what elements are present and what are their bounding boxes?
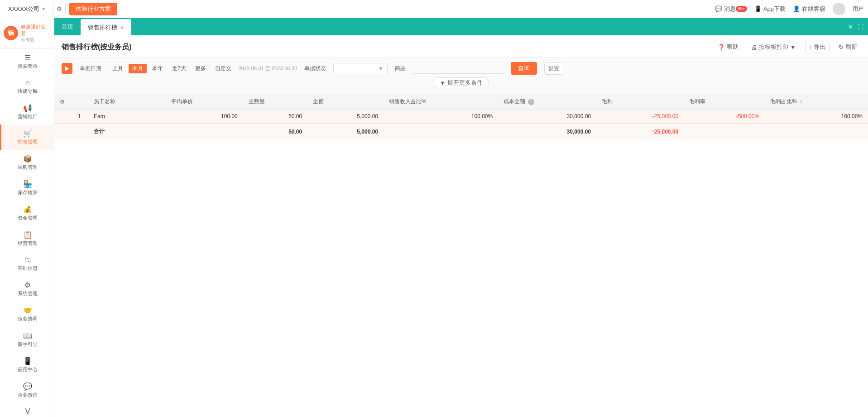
export-icon: ↑ (809, 44, 812, 51)
date-range: 2023-06-01 至 2023-06-30 (239, 65, 297, 72)
summary-label-cell: 合计 (88, 124, 166, 139)
expand-label: 展开更多条件 (447, 79, 483, 87)
app-label: App下载 (763, 5, 786, 13)
cell-settings (54, 110, 70, 124)
sidebar-item-capital[interactable]: 💰 资金管理 (0, 201, 54, 226)
sidebar-item-basic-info[interactable]: 🗂 基础信息 (0, 251, 54, 276)
window-maximize-icon[interactable]: ⛶ (858, 24, 863, 30)
sidebar-item-operation[interactable]: 📋 经营管理 (0, 226, 54, 251)
goods-filter-input[interactable]: … (413, 63, 504, 74)
sidebar-item-member[interactable]: V 畅会员 (0, 403, 54, 417)
settings-btn[interactable]: 设置 (544, 62, 563, 75)
page-content: 销售排行榜(按业务员) ❓ 帮助 🖨 按模板打印 ▼ ↑ 导出 (54, 35, 868, 417)
status-filter-select[interactable]: ▼ (333, 63, 388, 74)
col-header-rank (70, 94, 88, 110)
export-label: 导出 (814, 43, 825, 51)
summary-sales-pct-cell (384, 124, 498, 139)
sidebar-item-collab-label: 企业协同 (18, 316, 38, 322)
cell-profit: -25,000.00 (596, 110, 684, 124)
summary-avg-price-cell (166, 124, 243, 139)
logo-sub: 标准版 (21, 37, 50, 43)
logo-icon: 畅 (4, 26, 18, 40)
operation-icon: 📋 (23, 230, 32, 239)
sidebar-item-inventory[interactable]: 🏪 库存核算 (0, 175, 54, 201)
app-download-btn[interactable]: 📱 App下载 (754, 5, 786, 13)
date-option-this-year[interactable]: 本年 (149, 64, 167, 73)
online-service-btn[interactable]: 👤 在线客服 (793, 5, 825, 13)
cost-info-icon[interactable]: ? (528, 99, 534, 105)
filter-row-main: ▶ 单据日期 上月 本月 本年 近7天 更多 自定义 2023-06-01 至 … (62, 62, 861, 75)
sidebar-item-system[interactable]: ⚙ 系统管理 (0, 276, 54, 302)
expand-more-btn[interactable]: ▼ 展开更多条件 (434, 77, 489, 88)
tab-home[interactable]: 首页 (54, 18, 81, 35)
goods-filter-more-icon[interactable]: … (494, 65, 500, 72)
tab-close-icon[interactable]: ✕ (120, 25, 124, 31)
date-option-this-month[interactable]: 本月 (129, 64, 147, 73)
window-minimize-icon[interactable]: ✕ (848, 24, 853, 30)
sidebar-item-app-center-label: 应用中心 (18, 366, 38, 373)
company-selector[interactable]: XXXXX公司 ▼ (5, 3, 49, 15)
sidebar-item-sales-label: 销售管理 (18, 139, 38, 145)
company-name: XXXXX公司 (8, 5, 39, 13)
goods-filter-label: 商品 (395, 65, 406, 72)
summary-settings-cell (54, 124, 70, 139)
sidebar-item-inventory-label: 库存核算 (18, 189, 38, 196)
print-icon: 🖨 (751, 44, 757, 51)
sidebar-item-app-center[interactable]: 📱 应用中心 (0, 352, 54, 378)
col-header-profit: 毛利 (596, 94, 684, 110)
print-chevron-icon: ▼ (790, 44, 796, 51)
sidebar-item-purchase-label: 采购管理 (18, 164, 38, 171)
table-wrap: ⚙ 员工名称 平均单价 主数量 全额 销售收入占比% 成本全额 ? 毛利 毛利率… (54, 94, 868, 417)
system-icon: ⚙ (24, 281, 31, 289)
col-header-avg-price: 平均单价 (166, 94, 243, 110)
sidebar-item-marketing-label: 营销推广 (18, 113, 38, 120)
app-icon: 📱 (754, 5, 762, 12)
date-option-7days[interactable]: 近7天 (168, 64, 190, 73)
summary-profit-rate-cell (684, 124, 765, 139)
profit-pct-sort-icon[interactable]: ⇅ (799, 99, 803, 104)
sidebar-item-purchase[interactable]: 📦 采购管理 (0, 150, 54, 175)
help-icon: ❓ (718, 44, 725, 51)
summary-rank-cell (70, 124, 88, 139)
message-btn[interactable]: 💬 消息 99+ (715, 5, 747, 13)
sidebar-item-guide[interactable]: 📖 新手引导 (0, 327, 54, 352)
sidebar-item-search[interactable]: ☰ 搜索菜单 (0, 49, 54, 74)
help-btn[interactable]: ❓ 帮助 (714, 41, 742, 53)
try-btn[interactable]: 体验行业方案 (69, 3, 117, 15)
cell-cost: 30,000.00 (498, 110, 596, 124)
export-btn[interactable]: ↑ 导出 (805, 41, 830, 53)
sidebar-item-sales[interactable]: 🛒 销售管理 (0, 125, 54, 150)
topbar-settings-btn[interactable]: ⚙ (53, 3, 66, 15)
cell-avg-price: 100.00 (166, 110, 243, 124)
cell-profit-rate: -500.00% (684, 110, 765, 124)
member-icon: V (25, 407, 30, 416)
query-btn[interactable]: 查询 (511, 62, 537, 75)
content-area: 首页 销售排行榜 ✕ ✕ ⛶ 销售排行榜(按业务员) ❓ 帮助 (54, 18, 868, 417)
date-option-custom[interactable]: 自定义 (211, 64, 235, 73)
status-select-chevron-icon: ▼ (378, 65, 384, 72)
page-header: 销售排行榜(按业务员) ❓ 帮助 🖨 按模板打印 ▼ ↑ 导出 (54, 35, 868, 58)
sidebar-item-quick-nav-label: 快捷导航 (18, 88, 38, 95)
col-header-settings[interactable]: ⚙ (54, 94, 70, 110)
refresh-label: 刷新 (845, 43, 857, 51)
top-bar-right: 💬 消息 99+ 📱 App下载 👤 在线客服 用户 (715, 3, 863, 15)
sidebar-item-search-label: 搜索菜单 (18, 63, 38, 70)
cell-sales-pct: 100.00% (384, 110, 498, 124)
sidebar-item-guide-label: 新手引导 (18, 341, 38, 348)
message-icon: 💬 (715, 5, 722, 12)
filter-expand-arrow[interactable]: ▶ (62, 63, 72, 74)
inventory-icon: 🏪 (23, 180, 32, 188)
sidebar-item-marketing[interactable]: 📢 营销推广 (0, 99, 54, 125)
sidebar-item-wechat[interactable]: 💬 企业微信 (0, 378, 54, 403)
top-bar-left: XXXXX公司 ▼ ⚙ 体验行业方案 (5, 3, 715, 15)
date-option-more[interactable]: 更多 (192, 64, 210, 73)
date-option-last-month[interactable]: 上月 (109, 64, 127, 73)
tab-sales-rank[interactable]: 销售排行榜 ✕ (81, 19, 131, 36)
sidebar-item-quick-nav[interactable]: ⌂ 快捷导航 (0, 74, 54, 99)
template-print-btn[interactable]: 🖨 按模板打印 ▼ (748, 41, 800, 53)
message-label: 消息 (724, 5, 736, 13)
refresh-btn[interactable]: ↻ 刷新 (835, 41, 861, 53)
avatar[interactable] (833, 3, 845, 15)
summary-profit-cell: -25,000.00 (596, 124, 684, 139)
sidebar-item-collab[interactable]: 🤝 企业协同 (0, 302, 54, 327)
